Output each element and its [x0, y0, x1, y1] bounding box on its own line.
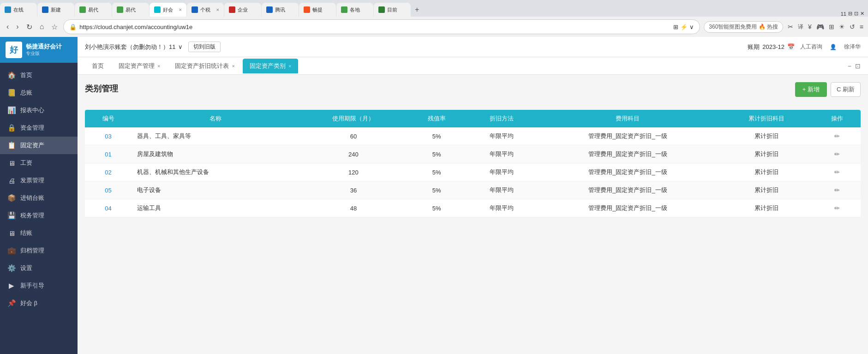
company-selector[interactable]: 刘小艳演示账套（勿删勿动！）11 ∨ — [85, 43, 183, 51]
purchase-sales-icon: 📦 — [7, 194, 16, 202]
brightness-icon[interactable]: ☀ — [839, 23, 845, 30]
tab-label-tencent: 腾讯 — [275, 6, 294, 13]
checkout-icon: 🖥 — [7, 229, 16, 237]
sidebar-label-archive: 归档管理 — [20, 246, 44, 255]
sidebar-item-tax[interactable]: 💾 税务管理 — [0, 207, 78, 224]
reports-icon: 📊 — [7, 106, 16, 114]
grid-apps-icon[interactable]: ⊞ — [829, 23, 834, 30]
cell-code[interactable]: 05 — [85, 181, 132, 199]
content-tab-category[interactable]: 固定资产类别 × — [243, 59, 298, 73]
url-box[interactable]: 🔒 https://cloud.chanjet.com/accounting/u… — [63, 19, 700, 34]
content-tab-fixed-mgmt[interactable]: 固定资产管理 × — [112, 59, 167, 73]
archive-icon: 💼 — [7, 246, 16, 255]
browser-tab-muqian[interactable]: 目前 — [374, 3, 411, 17]
edit-icon[interactable]: ✏ — [834, 150, 840, 158]
cell-code[interactable]: 02 — [85, 163, 132, 181]
tab-close-fixed-mgmt[interactable]: × — [157, 63, 160, 69]
tab-label-enterprise: 企业 — [238, 6, 257, 13]
sidebar-item-reports[interactable]: 📊 报表中心 — [0, 102, 78, 119]
cell-action[interactable]: ✏ — [814, 163, 861, 181]
cell-method: 年限平均 — [466, 145, 537, 163]
sidebar-item-checkout[interactable]: 🖥 结账 — [0, 224, 78, 242]
sidebar-item-more[interactable]: 📌 好会 β — [0, 294, 78, 312]
back-button[interactable]: ‹ — [5, 22, 11, 32]
currency-icon[interactable]: ¥ — [808, 23, 812, 30]
cell-code[interactable]: 03 — [85, 127, 132, 145]
cell-code[interactable]: 01 — [85, 145, 132, 163]
menu-icon[interactable]: ≡ — [860, 23, 863, 30]
grid-icon: ⊞ — [673, 24, 678, 30]
content-tab-depreciation[interactable]: 固定资产折旧统计表 × — [168, 59, 241, 73]
salary-icon: 🖥 — [7, 159, 16, 167]
minimize-window-icon[interactable]: − — [848, 62, 851, 70]
content-tab-home[interactable]: 首页 — [85, 59, 111, 73]
history-icon[interactable]: ↺ — [850, 23, 855, 30]
browser-tab-enterprise[interactable]: 企业 — [224, 3, 261, 17]
new-tab-button[interactable]: + — [411, 3, 423, 17]
sidebar-item-capital[interactable]: 🔒 资金管理 — [0, 119, 78, 137]
cut-icon[interactable]: ✂ — [788, 23, 793, 30]
browser-tab-new[interactable]: 新建 — [37, 3, 74, 17]
sidebar-label-settings: 设置 — [20, 264, 32, 272]
edit-icon[interactable]: ✏ — [834, 186, 840, 194]
cell-expense: 管理费用_固定资产折旧_一级 — [537, 199, 719, 217]
cell-code[interactable]: 04 — [85, 199, 132, 217]
sidebar-item-purchase-sales[interactable]: 📦 进销台账 — [0, 189, 78, 207]
game-icon[interactable]: 🎮 — [816, 23, 824, 30]
browser-tab-tencent[interactable]: 腾讯 — [262, 3, 299, 17]
tax-icon: 💾 — [7, 211, 16, 220]
cell-rate: 5% — [407, 199, 466, 217]
sidebar-item-fixed-assets[interactable]: 📋 固定资产 — [0, 137, 78, 154]
sidebar-item-archive[interactable]: 💼 归档管理 — [0, 242, 78, 259]
sidebar-item-guide[interactable]: ▶ 新手引导 — [0, 277, 78, 294]
edit-icon[interactable]: ✏ — [834, 168, 840, 176]
browser-tab-bar: 在线 新建 易代 易代 好会 × 个税 × 企业 腾讯 — [0, 0, 868, 17]
more-icon: 📌 — [7, 299, 16, 307]
cell-accum: 累计折旧 — [718, 127, 814, 145]
cell-name: 机器、机械和其他生产设备 — [132, 163, 299, 181]
calendar-icon[interactable]: 📅 — [787, 43, 795, 50]
cell-rate: 5% — [407, 127, 466, 145]
tab-close-category[interactable]: × — [288, 63, 291, 69]
translate-icon[interactable]: 译 — [798, 23, 803, 31]
browser-chrome: 在线 新建 易代 易代 好会 × 个税 × 企业 腾讯 — [0, 0, 868, 37]
tab-close-depreciation[interactable]: × — [232, 63, 234, 69]
cell-action[interactable]: ✏ — [814, 181, 861, 199]
edit-icon[interactable]: ✏ — [834, 132, 840, 140]
company-dropdown-icon[interactable]: ∨ — [178, 43, 183, 50]
customer-service[interactable]: 人工咨询 — [800, 43, 822, 51]
maximize-window-icon[interactable]: ⊡ — [855, 62, 861, 70]
tab-close-tax[interactable]: × — [216, 7, 219, 12]
add-button[interactable]: + 新增 — [795, 82, 827, 97]
sidebar-item-home[interactable]: 🏠 首页 — [0, 66, 78, 84]
forward-button[interactable]: › — [14, 22, 20, 32]
refresh-button[interactable]: C 刷新 — [831, 82, 861, 97]
reload-button[interactable]: ↻ — [24, 22, 34, 32]
sidebar-item-invoice[interactable]: 🖨 发票管理 — [0, 172, 78, 189]
page-title: 类别管理 — [85, 83, 118, 94]
bookmark-button[interactable]: ☆ — [49, 22, 60, 32]
fixed-assets-icon: 📋 — [7, 141, 16, 150]
cell-action[interactable]: ✏ — [814, 199, 861, 217]
period-selector[interactable]: 账期 2023-12 📅 — [748, 43, 795, 51]
browser-tab-yidai2[interactable]: 易代 — [112, 3, 149, 17]
tab-close-haohui[interactable]: × — [179, 7, 182, 12]
edit-icon[interactable]: ✏ — [834, 204, 840, 212]
cell-action[interactable]: ✏ — [814, 145, 861, 163]
browser-tab-tax[interactable]: 个税 × — [187, 3, 224, 17]
browser-tab-changtui[interactable]: 畅提 — [299, 3, 336, 17]
browser-tab-online[interactable]: 在线 — [0, 3, 37, 17]
home-button[interactable]: ⌂ — [38, 22, 46, 32]
browser-tab-gedi[interactable]: 各地 — [336, 3, 373, 17]
switch-version-button[interactable]: 切到旧版 — [188, 42, 221, 52]
cell-period: 240 — [300, 145, 407, 163]
sidebar-item-salary[interactable]: 🖥 工资 — [0, 154, 78, 172]
sidebar-item-settings[interactable]: ⚙️ 设置 — [0, 259, 78, 277]
browser-tab-haohui[interactable]: 好会 × — [150, 3, 186, 17]
sidebar-item-ledger[interactable]: 📒 总账 — [0, 84, 78, 102]
cell-name: 运输工具 — [132, 199, 299, 217]
browser-tab-yidai1[interactable]: 易代 — [75, 3, 112, 17]
search-box[interactable]: 360智能抠图免费用 🔥 热搜 — [704, 21, 783, 33]
cell-action[interactable]: ✏ — [814, 127, 861, 145]
sidebar-label-more: 好会 β — [20, 299, 37, 307]
